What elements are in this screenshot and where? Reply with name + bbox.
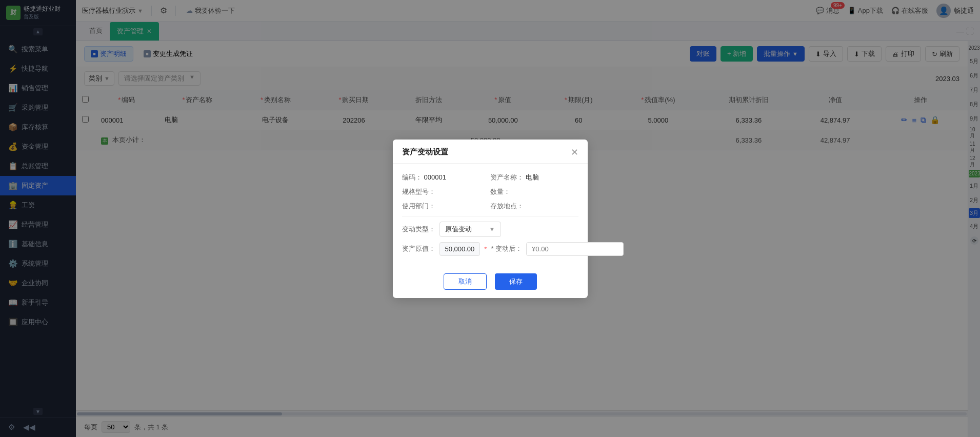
dialog-field-name: 资产名称： 电脑 bbox=[490, 173, 578, 182]
dialog-field-spec: 规格型号： bbox=[402, 187, 490, 196]
change-type-row: 变动类型： 原值变动 ▼ bbox=[402, 222, 578, 237]
dialog-header: 资产变动设置 ✕ bbox=[393, 140, 588, 164]
dialog-field-location: 存放地点： bbox=[490, 202, 578, 211]
modal-overlay[interactable]: 资产变动设置 ✕ 编码： 000001 资产名称： 电脑 规格型号： bbox=[0, 0, 980, 437]
after-change-label: * 变动后： bbox=[491, 244, 522, 253]
dialog-field-quantity: 数量： bbox=[490, 187, 578, 196]
cancel-button[interactable]: 取消 bbox=[444, 273, 487, 290]
change-type-dropdown-icon: ▼ bbox=[489, 226, 495, 233]
original-value-label: 资产原值： bbox=[402, 244, 435, 253]
code-label: 编码： bbox=[402, 173, 422, 182]
dialog-field-dept: 使用部门： bbox=[402, 202, 490, 211]
change-type-value: 原值变动 bbox=[445, 225, 472, 234]
save-button[interactable]: 保存 bbox=[495, 273, 537, 290]
original-value-display: 50,000.00 bbox=[439, 242, 481, 256]
after-change-input[interactable] bbox=[526, 242, 624, 256]
value-row: 资产原值： 50,000.00 * * 变动后： bbox=[402, 242, 578, 256]
dialog-row-3: 使用部门： 存放地点： bbox=[402, 202, 578, 211]
dialog-footer: 取消 保存 bbox=[393, 267, 588, 298]
asset-change-dialog: 资产变动设置 ✕ 编码： 000001 资产名称： 电脑 规格型号： bbox=[393, 140, 588, 298]
dialog-close-button[interactable]: ✕ bbox=[571, 147, 578, 158]
dialog-row-1: 编码： 000001 资产名称： 电脑 bbox=[402, 173, 578, 182]
dialog-divider bbox=[402, 216, 578, 216]
quantity-label: 数量： bbox=[490, 187, 510, 196]
location-label: 存放地点： bbox=[490, 202, 524, 211]
change-type-select[interactable]: 原值变动 ▼ bbox=[439, 222, 501, 237]
dialog-field-code: 编码： 000001 bbox=[402, 173, 490, 182]
asset-name-label: 资产名称： bbox=[490, 173, 524, 182]
dialog-body: 编码： 000001 资产名称： 电脑 规格型号： 数量： bbox=[393, 164, 588, 267]
change-type-label: 变动类型： bbox=[402, 225, 435, 234]
dialog-row-2: 规格型号： 数量： bbox=[402, 187, 578, 196]
dept-label: 使用部门： bbox=[402, 202, 435, 211]
code-value: 000001 bbox=[424, 173, 446, 181]
spec-label: 规格型号： bbox=[402, 187, 435, 196]
asset-name-value: 电脑 bbox=[526, 173, 539, 182]
dialog-title: 资产变动设置 bbox=[402, 147, 448, 157]
